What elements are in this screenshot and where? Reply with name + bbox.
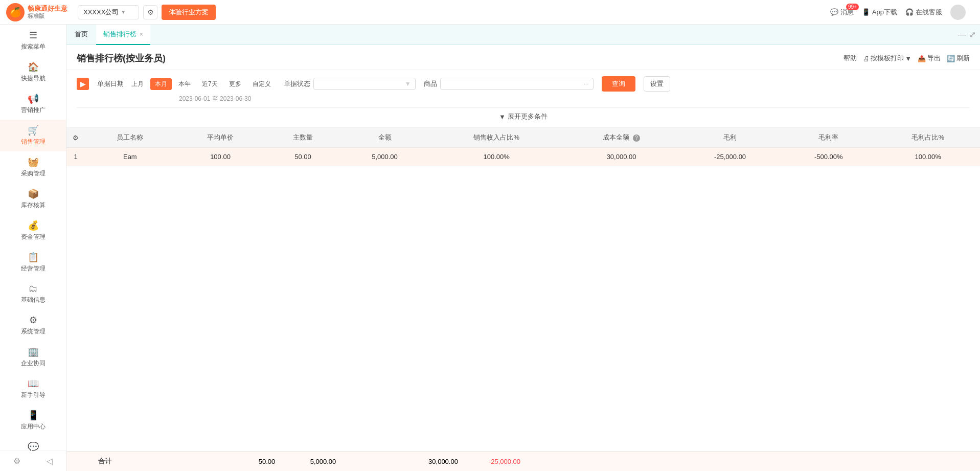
header-actions: 帮助 🖨 按模板打印 ▼ 📤 导出 🔄 刷新 — [844, 54, 970, 63]
filter-toggle-btn[interactable]: ▶ — [77, 78, 89, 90]
logo-text-main: 畅康通好生意 — [28, 5, 67, 13]
cell-cost: 30,000.00 — [564, 148, 679, 166]
sidebar-item-ops[interactable]: 📋 经营管理 — [0, 246, 66, 278]
sidebar-label-sales: 销售管理 — [21, 138, 45, 146]
col-gross-rate: 毛利率 — [781, 128, 876, 148]
tab-sales-ranking[interactable]: 销售排行榜 × — [96, 25, 150, 45]
cell-amount: 5,000.00 — [340, 148, 429, 166]
col-gross-pct: 毛利占比% — [876, 128, 980, 148]
sidebar-item-app-center[interactable]: 📱 应用中心 — [0, 405, 66, 436]
tab-maximize-btn[interactable]: ⤢ — [969, 30, 976, 39]
col-sales-pct: 销售收入占比% — [429, 128, 564, 148]
cell-qty: 50.00 — [265, 148, 340, 166]
footer-gross: -25,000.00 — [476, 458, 533, 465]
sidebar-collapse-btn[interactable]: ◁ — [47, 456, 53, 466]
print-btn[interactable]: 🖨 按模板打印 ▼ — [863, 54, 911, 63]
online-service-link[interactable]: 🎧 在线客服 — [905, 8, 942, 17]
sidebar-item-marketing[interactable]: 📢 营销推广 — [0, 88, 66, 120]
filter-divider — [77, 107, 970, 108]
notification-badge: 99+ — [846, 4, 859, 10]
date-tab-current-year[interactable]: 本年 — [174, 78, 195, 90]
sidebar-item-search-order[interactable]: ☰ 搜索菜单 — [0, 25, 66, 56]
notification-area[interactable]: 💬 消息 99+ — [830, 8, 854, 17]
refresh-icon: 🔄 — [947, 55, 955, 62]
col-amount: 全额 — [340, 128, 429, 148]
status-filter: 单据状态 ▼ — [284, 78, 416, 90]
purchase-icon: 🧺 — [28, 156, 39, 168]
sidebar-settings-btn[interactable]: ⚙ — [13, 456, 20, 466]
tab-home[interactable]: 首页 — [66, 25, 96, 45]
query-button[interactable]: 查询 — [602, 76, 635, 92]
date-filter-label: 单据日期 — [97, 79, 124, 88]
user-avatar[interactable] — [950, 5, 966, 20]
goods-filter-label: 商品 — [424, 79, 437, 88]
date-tab-more[interactable]: 更多 — [224, 78, 246, 90]
page-header: 销售排行榜(按业务员) 帮助 🖨 按模板打印 ▼ 📤 导出 — [66, 45, 980, 70]
date-tab-current-month[interactable]: 本月 — [150, 78, 172, 90]
refresh-btn[interactable]: 🔄 刷新 — [947, 54, 970, 63]
cell-avg-price: 100.00 — [175, 148, 266, 166]
goods-select[interactable]: ··· — [440, 78, 594, 90]
cell-rank: 1 — [66, 148, 85, 166]
app-download-link[interactable]: 📱 App下载 — [862, 8, 897, 17]
table-row: 1 Eam 100.00 50.00 5,000.00 100.00% 30,0… — [66, 148, 980, 166]
status-select[interactable]: ▼ — [313, 78, 416, 90]
settings-button[interactable]: 设置 — [644, 76, 670, 92]
trial-button[interactable]: 体验行业方案 — [162, 5, 216, 20]
col-qty: 主数量 — [265, 128, 340, 148]
company-dropdown-arrow: ▼ — [121, 9, 126, 15]
col-settings[interactable]: ⚙ — [66, 128, 85, 148]
sidebar-item-inventory[interactable]: 📦 库存核算 — [0, 183, 66, 215]
goods-select-arrow: ··· — [584, 80, 589, 87]
table-area: ⚙ 员工名称 平均单价 主数量 全额 销售收入占比% 成本全额 ? 毛利 — [66, 128, 980, 451]
date-tab-7days[interactable]: 近7天 — [197, 78, 222, 90]
sidebar-item-system[interactable]: ⚙ 系统管理 — [0, 309, 66, 341]
cost-info-icon[interactable]: ? — [633, 134, 640, 142]
tab-minimize-btn[interactable]: — — [958, 30, 966, 39]
system-icon: ⚙ — [29, 315, 37, 326]
sidebar-item-purchase[interactable]: 🧺 采购管理 — [0, 151, 66, 183]
inventory-icon: 📦 — [28, 188, 39, 199]
help-btn[interactable]: 帮助 — [844, 54, 857, 63]
finance-icon: 💰 — [28, 220, 39, 231]
sidebar: ☰ 搜索菜单 🏠 快捷导航 📢 营销推广 🛒 销售管理 🧺 采购管理 — [0, 25, 66, 471]
sidebar-item-quick-nav[interactable]: 🏠 快捷导航 — [0, 56, 66, 88]
logo-text-block: 畅康通好生意 标准版 — [28, 5, 67, 19]
sidebar-label-app-center: 应用中心 — [21, 422, 45, 431]
export-btn[interactable]: 📤 导出 — [918, 54, 941, 63]
main-content: 销售排行榜(按业务员) 帮助 🖨 按模板打印 ▼ 📤 导出 — [66, 45, 980, 471]
date-tab-custom[interactable]: 自定义 — [248, 78, 276, 90]
filter-area: ▶ 单据日期 上月 本月 本年 近7天 更多 自定义 — [66, 70, 980, 128]
main-area: ☰ 搜索菜单 🏠 快捷导航 📢 营销推广 🛒 销售管理 🧺 采购管理 — [0, 25, 980, 471]
print-icon: 🖨 — [863, 55, 870, 62]
footer-amount: 5,000.00 — [292, 458, 354, 465]
filter-row: ▶ 单据日期 上月 本月 本年 近7天 更多 自定义 — [77, 76, 970, 92]
sidebar-item-sales[interactable]: 🛒 销售管理 — [0, 120, 66, 151]
top-bar-left: 🍊 畅康通好生意 标准版 XXXXX公司 ▼ ⚙ 体验行业方案 — [6, 3, 216, 21]
sidebar-item-finance[interactable]: 💰 资金管理 — [0, 215, 66, 246]
expand-more-btn[interactable]: ▼ 展开更多条件 — [499, 112, 548, 121]
sidebar-label-finance: 资金管理 — [21, 233, 45, 241]
company-selector[interactable]: XXXXX公司 ▼ — [78, 5, 139, 19]
tab-close-btn[interactable]: × — [140, 31, 143, 38]
table-body: 1 Eam 100.00 50.00 5,000.00 100.00% 30,0… — [66, 148, 980, 166]
col-cost: 成本全额 ? — [564, 128, 679, 148]
logo-area: 🍊 畅康通好生意 标准版 — [6, 3, 67, 21]
date-tab-prev-month[interactable]: 上月 — [127, 78, 148, 90]
sidebar-item-guide[interactable]: 📖 新手引导 — [0, 373, 66, 405]
sidebar-item-base-info[interactable]: 🗂 基础信息 — [0, 278, 66, 309]
print-dropdown-arrow: ▼ — [905, 55, 911, 62]
sidebar-label-ops: 经营管理 — [21, 264, 45, 273]
sidebar-item-enterprise[interactable]: 🏢 企业协同 — [0, 341, 66, 373]
data-table: ⚙ 员工名称 平均单价 主数量 全额 销售收入占比% 成本全额 ? 毛利 — [66, 128, 980, 166]
headset-icon: 🎧 — [905, 8, 914, 16]
content-area: 首页 销售排行榜 × — ⤢ 销售排行榜(按业务员) 帮助 — [66, 25, 980, 471]
col-avg-price: 平均单价 — [175, 128, 266, 148]
settings-icon-btn[interactable]: ⚙ — [143, 5, 157, 19]
goods-filter: 商品 ··· — [424, 78, 594, 90]
notification-icon: 💬 — [830, 8, 838, 16]
sidebar-item-wechat[interactable]: 💬 企业微信 — [0, 436, 66, 451]
base-info-icon: 🗂 — [29, 283, 38, 294]
quick-nav-icon: 🏠 — [28, 61, 39, 73]
date-tabs: 上月 本月 本年 近7天 更多 自定义 — [127, 78, 276, 90]
